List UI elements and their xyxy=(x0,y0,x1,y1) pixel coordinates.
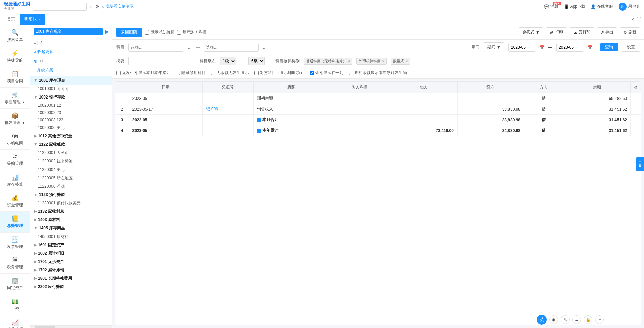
tree-menu-icon[interactable]: ≡ xyxy=(34,41,36,45)
show-contra-checkbox[interactable] xyxy=(177,30,181,35)
tree-node-1123[interactable]: ▼1123 预付账款 xyxy=(30,191,112,199)
collapse-more-button[interactable]: ∧ 收起更多 xyxy=(34,49,53,55)
tree-node-11220005[interactable]: 11220005 所在地区 xyxy=(30,174,112,182)
sidebar-item-invoice[interactable]: 🧾 发票管理 xyxy=(0,233,30,253)
tab-ledger[interactable]: 明细账 × xyxy=(20,14,45,25)
tag-normal-close[interactable]: × xyxy=(348,59,350,63)
tree-node-1002[interactable]: ▼1002 银行存款 xyxy=(30,93,112,102)
message-button[interactable]: 💬 消息 99+ xyxy=(544,4,558,9)
tag-quantity-close[interactable]: × xyxy=(406,59,408,63)
cb-no-balance-input[interactable] xyxy=(116,71,121,75)
query-icon[interactable]: ⊕ xyxy=(34,58,38,64)
tree-node-11220004[interactable]: 11220004 美元 xyxy=(30,166,112,174)
float-edit-button[interactable]: ✎ xyxy=(561,315,570,324)
period-mode-button[interactable]: 期间 ▼ xyxy=(484,42,504,52)
right-float-eat-label[interactable]: Eat xyxy=(637,160,643,168)
online-service-button[interactable]: 👤 在线客服 xyxy=(591,4,613,9)
nav-right-arrow[interactable]: ▶ xyxy=(105,28,109,35)
sidebar-item-management[interactable]: 📈 经营管理 xyxy=(0,315,30,328)
tree-node-1132[interactable]: ▶1132 应收利息 xyxy=(30,207,112,216)
sidebar-item-salary[interactable]: 💵 工资 xyxy=(0,294,30,315)
voucher-link[interactable]: 记-006 xyxy=(206,107,218,111)
return-old-button[interactable]: 返回旧版 xyxy=(116,28,142,37)
calendar-start-icon[interactable]: 📅 xyxy=(539,45,544,50)
gear-icon[interactable]: ⚙ xyxy=(95,4,99,10)
sidebar-item-inventory[interactable]: 📊 库存核算 xyxy=(0,170,30,191)
settings-button[interactable]: 设置 xyxy=(622,43,640,52)
sidebar-item-ledger[interactable]: 📒 总账管理 xyxy=(0,212,30,233)
tree-node-1012[interactable]: ▶1012 其他货币资金 xyxy=(30,132,112,140)
tree-node-2202[interactable]: ▶2202 应付账款 xyxy=(30,283,112,291)
cb-no-amount[interactable]: 无余额无发生显示 xyxy=(211,70,249,76)
sidebar-item-fixed-assets[interactable]: 🏢 固定资产 xyxy=(0,274,30,294)
tree-node-10020006[interactable]: 10020006 美元 xyxy=(30,124,112,132)
tree-node-1122[interactable]: ▼1122 应收账款 xyxy=(30,140,112,149)
cb-hide-disabled[interactable]: 隐藏禁用科目 xyxy=(176,70,206,76)
export-button[interactable]: ↗ 导出 xyxy=(597,27,617,37)
tag-foreign-close[interactable]: × xyxy=(382,59,384,63)
tree-node-1001[interactable]: ▼1001 库存现金 xyxy=(30,76,112,85)
tree-node-1405[interactable]: ▼1405 库存商品 xyxy=(30,224,112,233)
sidebar-item-ecommerce[interactable]: 🛍 小畅电商 xyxy=(0,129,30,150)
tree-node-1701[interactable]: ▶1701 无形资产 xyxy=(30,258,112,266)
tab-close-all-icon[interactable]: × xyxy=(631,17,634,22)
sidebar-item-search[interactable]: 🔍 搜索菜单 xyxy=(0,25,30,46)
cb-contra-subject[interactable]: 对方科目（显示辅助项） xyxy=(254,70,304,76)
tree-node-1801[interactable]: ▶1801 长期待摊费用 xyxy=(30,274,112,283)
cb-balance-one-col-input[interactable] xyxy=(310,71,314,75)
system-scheme-item[interactable]: ○ 系统方案 xyxy=(30,65,112,75)
sidebar-item-finance[interactable]: 💰 资金管理 xyxy=(0,191,30,212)
account-selector[interactable]: 1001 库存现金 xyxy=(34,28,103,35)
float-translate-button[interactable]: 英 xyxy=(537,315,547,325)
search-input[interactable] xyxy=(33,3,87,11)
tab-home[interactable]: 首页 xyxy=(3,14,19,25)
query-button[interactable]: 查询 xyxy=(600,43,618,51)
tree-node-11230001[interactable]: 11230001 预付账款美元 xyxy=(30,199,112,207)
tree-node-11220006[interactable]: 11220006 游戏 xyxy=(30,182,112,191)
tree-scrollbar[interactable] xyxy=(30,325,112,328)
tree-node-14050001[interactable]: 14050001 原材料 xyxy=(30,233,112,241)
table-gear-icon[interactable]: ⚙ xyxy=(634,85,638,90)
subject-level-start-select[interactable]: 1级2级3级4级5级6级 xyxy=(220,57,236,65)
subject-input-end[interactable] xyxy=(204,43,259,52)
float-more-button[interactable]: ⋯ xyxy=(595,315,604,324)
tree-node-10020003[interactable]: 10020003 122 xyxy=(30,116,112,124)
period-start-input[interactable] xyxy=(508,43,535,52)
sidebar-item-wholesale[interactable]: 📦 批发管理 ▼ xyxy=(0,109,30,129)
print-button[interactable]: 🖨 打印 xyxy=(546,27,567,37)
subject-input[interactable] xyxy=(128,43,183,52)
tree-refresh-icon[interactable]: ↺ xyxy=(39,40,42,45)
col-gear[interactable]: ⚙ xyxy=(631,82,641,93)
show-aux-checkbox-label[interactable]: 显示辅助核算 xyxy=(145,29,174,35)
tree-node-1601[interactable]: ▶1601 固定资产 xyxy=(30,241,112,249)
sidebar-item-retail[interactable]: 🛒 零售管理 ▼ xyxy=(0,88,30,109)
user-avatar[interactable]: 用 用户名 xyxy=(619,3,640,11)
subject-level-end-select[interactable]: 1级2级3级4级5级6级 xyxy=(248,57,265,65)
cloud-print-button[interactable]: ☁ 云打印 xyxy=(570,27,594,37)
show-aux-checkbox[interactable] xyxy=(145,30,149,35)
amount-mode-button[interactable]: 金额式 ▼ xyxy=(519,27,543,37)
cb-opening-balance[interactable]: 期初余额显示本年累计发生额 xyxy=(349,70,407,76)
sidebar-item-purchase[interactable]: 🗂 采购管理 xyxy=(0,150,30,170)
app-download-button[interactable]: 📱 App下载 xyxy=(564,4,585,9)
tree-node-11220002[interactable]: 11220002 往来标签 xyxy=(30,157,112,166)
tab-fullscreen-icon[interactable]: ⛶ xyxy=(637,17,641,22)
show-contra-checkbox-label[interactable]: 显示对方科目 xyxy=(177,29,207,35)
sidebar-item-nav[interactable]: ⚡ 快捷导航 xyxy=(0,46,30,67)
cb-no-balance[interactable]: 无发生额显示本月本年累计 xyxy=(116,70,170,76)
sidebar-item-tax[interactable]: 🏛 税务管理 xyxy=(0,253,30,274)
float-dot-button[interactable]: ◉ xyxy=(549,315,558,324)
calendar-end-icon[interactable]: 📅 xyxy=(587,45,592,50)
tree-node-1602[interactable]: ▶1602 累计折旧 xyxy=(30,249,112,258)
tree-node-11220001[interactable]: 11220001 人民币 xyxy=(30,149,112,157)
cb-no-amount-input[interactable] xyxy=(211,71,215,75)
cb-hide-disabled-input[interactable] xyxy=(176,71,180,75)
cb-balance-one-col[interactable]: 余额显示在一列 xyxy=(310,70,343,76)
tree-node-10010001[interactable]: 10010001 同同同 xyxy=(30,85,112,93)
sidebar-item-contract[interactable]: 📋 项目合同 xyxy=(0,67,30,88)
float-cloud-button[interactable]: ☁ xyxy=(572,315,581,324)
refresh-scheme-icon[interactable]: ↺ xyxy=(40,58,44,64)
float-lock-button[interactable]: 🔒 xyxy=(584,315,592,324)
tree-node-1403[interactable]: ▶1403 原材料 xyxy=(30,216,112,224)
cb-contra-subject-input[interactable] xyxy=(254,71,259,75)
